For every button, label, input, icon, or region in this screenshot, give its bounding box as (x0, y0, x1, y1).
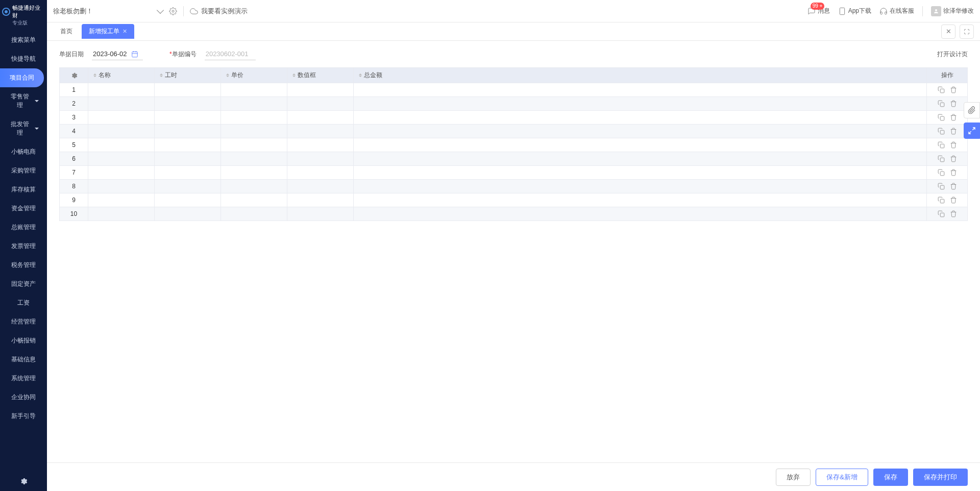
cell[interactable] (287, 152, 354, 166)
copy-row-icon[interactable] (938, 141, 945, 149)
sidebar-item-8[interactable]: 资金管理 (0, 199, 47, 218)
cell[interactable] (88, 152, 155, 166)
save-and-new-button[interactable]: 保存&新增 (816, 469, 868, 486)
cell[interactable] (88, 138, 155, 152)
close-all-tabs-button[interactable]: ✕ (941, 24, 955, 39)
cell[interactable] (221, 180, 287, 193)
cell[interactable] (155, 193, 221, 207)
cell[interactable] (354, 152, 927, 166)
cell[interactable] (88, 125, 155, 138)
cell[interactable] (354, 180, 927, 193)
cell[interactable] (221, 97, 287, 111)
cell[interactable] (88, 97, 155, 111)
delete-row-icon[interactable] (950, 128, 957, 135)
sidebar-item-0[interactable]: 搜索菜单 (0, 31, 47, 50)
sidebar-item-12[interactable]: 固定资产 (0, 275, 47, 293)
cell[interactable] (88, 83, 155, 97)
th-name[interactable]: 名称 (88, 68, 155, 83)
delete-row-icon[interactable] (950, 155, 957, 162)
cell[interactable] (88, 193, 155, 207)
cell[interactable] (88, 180, 155, 193)
cell[interactable] (155, 111, 221, 125)
cell[interactable] (155, 138, 221, 152)
cell[interactable] (221, 193, 287, 207)
cell[interactable] (354, 166, 927, 180)
attachment-widget[interactable] (964, 102, 980, 118)
tenant-selector[interactable]: 徐老板勿删！ (53, 7, 163, 16)
tab-0[interactable]: 首页 (53, 24, 80, 39)
copy-row-icon[interactable] (938, 86, 945, 93)
cell[interactable] (287, 125, 354, 138)
cell[interactable] (155, 166, 221, 180)
cell[interactable] (354, 111, 927, 125)
cell[interactable] (88, 111, 155, 125)
copy-row-icon[interactable] (938, 183, 945, 190)
date-input[interactable]: 2023-06-02 (92, 48, 143, 60)
cell[interactable] (221, 166, 287, 180)
copy-row-icon[interactable] (938, 169, 945, 176)
cell[interactable] (221, 83, 287, 97)
cell[interactable] (155, 180, 221, 193)
cell[interactable] (88, 207, 155, 221)
sidebar-item-10[interactable]: 发票管理 (0, 237, 47, 256)
cell[interactable] (354, 207, 927, 221)
cell[interactable] (287, 193, 354, 207)
sidebar-item-17[interactable]: 系统管理 (0, 369, 47, 388)
sidebar-item-9[interactable]: 总账管理 (0, 218, 47, 237)
cell[interactable] (155, 97, 221, 111)
doc-no-input[interactable]: 20230602-001 (205, 48, 256, 60)
save-and-print-button[interactable]: 保存并打印 (913, 469, 968, 486)
sidebar-settings[interactable] (0, 473, 47, 491)
delete-row-icon[interactable] (950, 114, 957, 121)
user-menu[interactable]: 徐泽华修改 (931, 6, 974, 16)
cell[interactable] (221, 138, 287, 152)
delete-row-icon[interactable] (950, 141, 957, 149)
cell[interactable] (221, 111, 287, 125)
copy-row-icon[interactable] (938, 114, 945, 121)
cell[interactable] (287, 207, 354, 221)
copy-row-icon[interactable] (938, 197, 945, 204)
delete-row-icon[interactable] (950, 183, 957, 190)
cell[interactable] (88, 166, 155, 180)
cell[interactable] (287, 97, 354, 111)
copy-row-icon[interactable] (938, 155, 945, 162)
message-button[interactable]: 99 + 消息 (807, 7, 830, 15)
cell[interactable] (221, 125, 287, 138)
sidebar-item-3[interactable]: 零售管理 (0, 87, 47, 115)
delete-row-icon[interactable] (950, 210, 957, 217)
cell[interactable] (354, 97, 927, 111)
close-icon[interactable]: ✕ (122, 28, 127, 35)
sidebar-item-19[interactable]: 新手引导 (0, 407, 47, 426)
cell[interactable] (354, 193, 927, 207)
cell[interactable] (354, 83, 927, 97)
cell[interactable] (155, 83, 221, 97)
delete-row-icon[interactable] (950, 169, 957, 176)
sidebar-item-15[interactable]: 小畅报销 (0, 331, 47, 350)
fullscreen-button[interactable] (960, 24, 974, 39)
sidebar-item-1[interactable]: 快捷导航 (0, 50, 47, 68)
cell[interactable] (221, 152, 287, 166)
sidebar-item-14[interactable]: 经营管理 (0, 312, 47, 331)
cell[interactable] (155, 125, 221, 138)
cell[interactable] (287, 166, 354, 180)
sidebar-item-2[interactable]: 项目合同 (0, 68, 44, 87)
delete-row-icon[interactable] (950, 86, 957, 93)
settings-gear-icon[interactable] (169, 7, 177, 15)
cell[interactable] (287, 180, 354, 193)
sidebar-item-5[interactable]: 小畅电商 (0, 142, 47, 161)
cell[interactable] (221, 207, 287, 221)
tab-1[interactable]: 新增报工单✕ (82, 24, 134, 39)
app-download-button[interactable]: App下载 (838, 7, 871, 15)
th-price[interactable]: 单价 (221, 68, 287, 83)
cell[interactable] (155, 207, 221, 221)
abandon-button[interactable]: 放弃 (776, 469, 811, 486)
th-qty[interactable]: 数值框 (287, 68, 354, 83)
demo-link[interactable]: 我要看实例演示 (190, 7, 248, 16)
copy-row-icon[interactable] (938, 210, 945, 217)
sidebar-item-7[interactable]: 库存核算 (0, 180, 47, 199)
cell[interactable] (287, 83, 354, 97)
th-hours[interactable]: 工时 (155, 68, 221, 83)
delete-row-icon[interactable] (950, 100, 957, 107)
cell[interactable] (354, 125, 927, 138)
copy-row-icon[interactable] (938, 128, 945, 135)
